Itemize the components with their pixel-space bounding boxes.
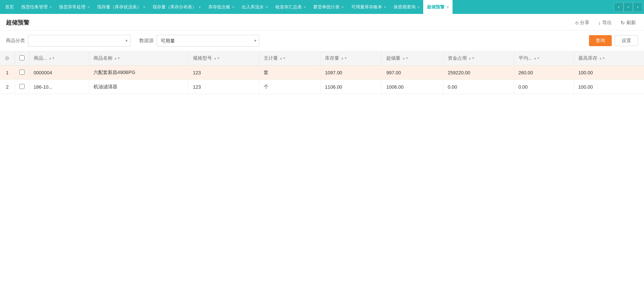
page-content: 超储预警 ⎋ 分享 ↓ 导出 ↻ 刷新 商品分类 xyxy=(0,14,644,293)
sort-icon: ▲▼ xyxy=(279,57,286,60)
sort-icon: ▲▼ xyxy=(468,57,475,60)
product-name: 六配套新昌490BPG xyxy=(89,66,188,80)
overflow: 1006.00 xyxy=(382,80,443,94)
page-header: 超储预警 ⎋ 分享 ↓ 导出 ↻ 刷新 xyxy=(0,14,644,30)
export-icon: ↓ xyxy=(598,20,601,26)
column-settings-icon[interactable]: ⚙ xyxy=(5,55,10,61)
select-all-checkbox[interactable] xyxy=(19,55,25,60)
nav-tab-6[interactable]: 出入库流水 × xyxy=(238,0,271,14)
stock: 1106.00 xyxy=(321,80,382,94)
sort-icon: ▲▼ xyxy=(341,57,347,60)
nav-tab-4[interactable]: 现存量（库存分布表） × xyxy=(149,0,204,14)
filter-bar: 商品分类 数据源 可用量 查询 设置 xyxy=(0,30,644,51)
close-icon[interactable]: × xyxy=(143,5,145,9)
nav-prev-button[interactable]: ‹ xyxy=(614,2,623,12)
row-index: 2 xyxy=(0,80,15,94)
row-checkbox[interactable] xyxy=(19,70,25,75)
query-button[interactable]: 查询 xyxy=(589,35,612,46)
top-nav: 首页 拣货任务管理 × 拣货异常处理 × 现存量（库存状况表） × 现存量（库存… xyxy=(0,0,644,14)
sort-icon: ▲▼ xyxy=(402,57,409,60)
nav-tab-8[interactable]: 要货单统计表 × xyxy=(310,0,347,14)
row-index: 1 xyxy=(0,66,15,80)
table-container: ⚙ 商品... ▲▼ 商品名称 ▲▼ xyxy=(0,51,644,94)
sort-icon: ▲▼ xyxy=(48,57,55,60)
refresh-icon: ↻ xyxy=(621,20,625,26)
category-label: 商品分类 xyxy=(6,37,25,44)
nav-tab-7[interactable]: 收发存汇总表 × xyxy=(272,0,310,14)
datasource-filter: 数据源 可用量 xyxy=(139,35,259,47)
th-product-code[interactable]: 商品... ▲▼ xyxy=(29,51,89,66)
product-code: 186-10... xyxy=(29,80,89,94)
close-icon[interactable]: × xyxy=(198,5,201,9)
share-button[interactable]: ⎋ 分享 xyxy=(573,18,592,27)
table-row: 1 0000004 六配套新昌490BPG 123 套 1097.00 997.… xyxy=(0,66,644,80)
stock: 1097.00 xyxy=(321,66,382,80)
refresh-button[interactable]: ↻ 刷新 xyxy=(618,18,638,27)
close-icon[interactable]: × xyxy=(304,5,306,9)
table-header-row: ⚙ 商品... ▲▼ 商品名称 ▲▼ xyxy=(0,51,644,66)
close-icon[interactable]: × xyxy=(384,5,386,9)
avg: 0.00 xyxy=(514,80,574,94)
row-checkbox-cell xyxy=(15,80,29,94)
th-stock[interactable]: 库存量 ▲▼ xyxy=(321,51,382,66)
datasource-select-wrapper: 可用量 xyxy=(157,35,259,47)
sort-icon: ▲▼ xyxy=(533,57,540,60)
max-stock: 100.00 xyxy=(574,66,644,80)
th-unit[interactable]: 主计量 ▲▼ xyxy=(259,51,320,66)
capital: 0.00 xyxy=(443,80,514,94)
row-checkbox[interactable] xyxy=(19,84,25,89)
th-spec[interactable]: 规格型号 ▲▼ xyxy=(189,51,259,66)
close-icon[interactable]: × xyxy=(417,5,420,9)
sort-icon: ▲▼ xyxy=(213,57,220,60)
filter-actions: 查询 设置 xyxy=(589,35,638,46)
avg: 260.00 xyxy=(514,66,574,80)
capital: 259220.00 xyxy=(443,66,514,80)
sort-icon: ▲▼ xyxy=(114,57,121,60)
spec: 123 xyxy=(189,66,259,80)
nav-tab-10[interactable]: 保质期查询 × xyxy=(390,0,423,14)
close-icon[interactable]: × xyxy=(266,5,268,9)
th-checkbox xyxy=(15,51,29,66)
th-product-name[interactable]: 商品名称 ▲▼ xyxy=(89,51,188,66)
row-checkbox-cell xyxy=(15,66,29,80)
close-icon[interactable]: × xyxy=(341,5,344,9)
data-table: ⚙ 商品... ▲▼ 商品名称 ▲▼ xyxy=(0,51,644,94)
page-title: 超储预警 xyxy=(6,19,29,27)
export-button[interactable]: ↓ 导出 xyxy=(596,18,614,27)
header-actions: ⎋ 分享 ↓ 导出 ↻ 刷新 xyxy=(573,18,638,27)
overflow: 997.00 xyxy=(382,66,443,80)
max-stock: 100.00 xyxy=(574,80,644,94)
nav-tab-2[interactable]: 拣货异常处理 × xyxy=(55,0,93,14)
close-icon[interactable]: × xyxy=(50,5,52,9)
product-code: 0000004 xyxy=(29,66,89,80)
th-avg[interactable]: 平均... ▲▼ xyxy=(514,51,574,66)
nav-tab-1[interactable]: 拣货任务管理 × xyxy=(18,0,55,14)
datasource-label: 数据源 xyxy=(139,37,154,44)
sort-icon: ▲▼ xyxy=(599,57,605,60)
share-icon: ⎋ xyxy=(575,20,578,26)
category-select[interactable] xyxy=(28,35,131,47)
datasource-select[interactable]: 可用量 xyxy=(157,35,259,47)
table-row: 2 186-10... 机油滤清器 123 个 1106.00 1006.00 … xyxy=(0,80,644,94)
close-icon[interactable]: × xyxy=(87,5,89,9)
nav-tab-3[interactable]: 现存量（库存状况表） × xyxy=(94,0,149,14)
product-name: 机油滤清器 xyxy=(89,80,188,94)
nav-more-button[interactable]: › xyxy=(633,2,643,12)
table-body: 1 0000004 六配套新昌490BPG 123 套 1097.00 997.… xyxy=(0,66,644,94)
th-capital[interactable]: 资金占用 ▲▼ xyxy=(443,51,514,66)
th-max-stock[interactable]: 最高库存 ▲▼ xyxy=(574,51,644,66)
category-filter: 商品分类 xyxy=(6,35,131,47)
settings-button[interactable]: 设置 xyxy=(615,35,638,46)
nav-tab-5[interactable]: 库存批次账 × xyxy=(205,0,238,14)
nav-tab-9[interactable]: 可用量库存账本 × xyxy=(348,0,390,14)
close-icon[interactable]: × xyxy=(232,5,234,9)
category-select-wrapper xyxy=(28,35,131,47)
th-overflow[interactable]: 超储量 ▲▼ xyxy=(382,51,443,66)
th-settings: ⚙ xyxy=(0,51,15,66)
close-icon[interactable]: × xyxy=(446,5,449,9)
spec: 123 xyxy=(189,80,259,94)
nav-tab-active[interactable]: 超储预警 × xyxy=(423,0,452,14)
nav-next-button[interactable]: › xyxy=(623,2,633,12)
nav-tab-home[interactable]: 首页 xyxy=(1,0,18,14)
nav-arrows: ‹ › › xyxy=(614,2,643,12)
